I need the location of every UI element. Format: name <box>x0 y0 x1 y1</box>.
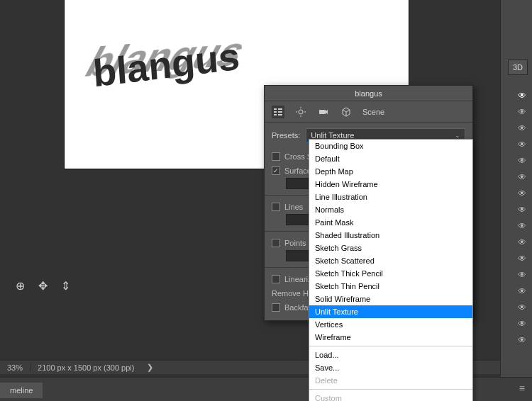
dropdown-save[interactable]: Save... <box>309 361 472 374</box>
3d-tab[interactable]: 3D <box>508 60 528 75</box>
visibility-icon[interactable]: 👁 <box>516 140 528 148</box>
dropdown-item[interactable]: Unlit Texture <box>309 305 472 318</box>
dropdown-item[interactable]: Hidden Wireframe <box>309 178 472 191</box>
visibility-icon[interactable]: 👁 <box>516 172 528 181</box>
scene-tab[interactable]: Scene <box>362 108 384 116</box>
svg-rect-2 <box>274 114 277 115</box>
visibility-icon[interactable]: 👁 <box>516 303 528 311</box>
lines-checkbox[interactable] <box>272 203 280 211</box>
svg-rect-5 <box>278 114 282 115</box>
linearize-checkbox[interactable] <box>272 275 280 283</box>
svg-rect-11 <box>319 110 326 114</box>
visibility-icon[interactable]: 👁 <box>516 319 528 327</box>
visibility-icon[interactable]: 👁 <box>516 335 528 344</box>
dropdown-custom: Custom <box>309 392 472 401</box>
visibility-icon[interactable]: 👁 <box>516 237 528 246</box>
dropdown-item[interactable]: Paint Mask <box>309 216 472 229</box>
visibility-icon[interactable]: 👁 <box>516 107 528 115</box>
3d-tool-icons: ⊕ ✥ ⇕ <box>13 279 72 293</box>
layer-visibility-column: 👁 👁 👁 👁 👁 👁 👁 👁 👁 👁 👁 👁 👁 👁 👁 👁 <box>516 91 528 344</box>
visibility-icon[interactable]: 👁 <box>516 286 528 295</box>
points-checkbox[interactable] <box>272 239 280 247</box>
lines-swatch[interactable] <box>286 214 311 225</box>
points-label: Points <box>284 239 306 247</box>
dropdown-item[interactable]: Normals <box>309 203 472 216</box>
surface-label: Surface <box>284 166 311 175</box>
pan-icon[interactable]: ✥ <box>35 279 50 293</box>
info-arrow-icon[interactable]: ❯ <box>141 363 159 372</box>
dropdown-load[interactable]: Load... <box>309 349 472 361</box>
panel-tab-row: Scene <box>265 101 472 123</box>
dropdown-item[interactable]: Default <box>309 152 472 165</box>
dropdown-item[interactable]: Bounding Box <box>309 140 472 152</box>
visibility-icon[interactable]: 👁 <box>516 123 528 132</box>
dropdown-delete: Delete <box>309 374 472 387</box>
points-swatch[interactable] <box>286 250 311 261</box>
panel-title: blangus <box>265 86 472 101</box>
visibility-icon[interactable]: 👁 <box>516 205 528 213</box>
surface-swatch[interactable] <box>286 178 311 189</box>
camera-icon[interactable] <box>317 106 330 118</box>
svg-rect-1 <box>274 111 277 113</box>
svg-rect-0 <box>274 108 277 110</box>
visibility-icon[interactable]: 👁 <box>516 156 528 164</box>
visibility-icon[interactable]: 👁 <box>516 270 528 278</box>
backface-checkbox[interactable] <box>272 303 280 312</box>
right-dock: 3D 👁 👁 👁 👁 👁 👁 👁 👁 👁 👁 👁 👁 👁 👁 👁 👁 <box>500 0 532 401</box>
presets-dropdown-list[interactable]: Bounding BoxDefaultDepth MapHidden Wiref… <box>309 139 473 401</box>
dropdown-item[interactable]: Wireframe <box>309 331 472 344</box>
chevron-down-icon: ⌄ <box>455 132 460 139</box>
panel-menu-icon[interactable]: ≡ <box>519 383 525 394</box>
svg-point-6 <box>299 110 303 114</box>
mesh-icon[interactable] <box>340 106 353 118</box>
dropdown-item[interactable]: Shaded Illustration <box>309 229 472 242</box>
dropdown-item[interactable]: Depth Map <box>309 165 472 178</box>
dropdown-item[interactable]: Sketch Grass <box>309 242 472 254</box>
dropdown-item[interactable]: Sketch Thick Pencil <box>309 267 472 280</box>
lines-label: Lines <box>284 203 303 211</box>
dropdown-item[interactable]: Solid Wireframe <box>309 293 472 305</box>
svg-rect-4 <box>278 111 282 113</box>
scale-icon[interactable]: ⇕ <box>58 279 72 293</box>
orbit-icon[interactable]: ⊕ <box>13 279 27 293</box>
dropdown-item[interactable]: Vertices <box>309 318 472 331</box>
cross-section-checkbox[interactable] <box>272 152 280 161</box>
visibility-icon[interactable]: 👁 <box>516 254 528 262</box>
visibility-icon[interactable]: 👁 <box>516 188 528 197</box>
visibility-icon[interactable]: 👁 <box>516 221 528 230</box>
dropdown-item[interactable]: Sketch Thin Pencil <box>309 280 472 293</box>
visibility-icon[interactable]: 👁 <box>516 91 528 99</box>
dropdown-item[interactable]: Line Illustration <box>309 191 472 203</box>
svg-rect-3 <box>278 108 282 110</box>
dropdown-item[interactable]: Sketch Scattered <box>309 254 472 267</box>
light-icon[interactable] <box>294 106 307 118</box>
scene-settings-icon[interactable] <box>272 106 284 118</box>
surface-checkbox[interactable]: ✓ <box>272 166 280 175</box>
zoom-level[interactable]: 33% <box>0 363 30 372</box>
document-info: 2100 px x 1500 px (300 ppi) <box>30 363 141 372</box>
presets-label: Presets: <box>272 131 300 140</box>
timeline-tab[interactable]: meline <box>0 383 43 398</box>
